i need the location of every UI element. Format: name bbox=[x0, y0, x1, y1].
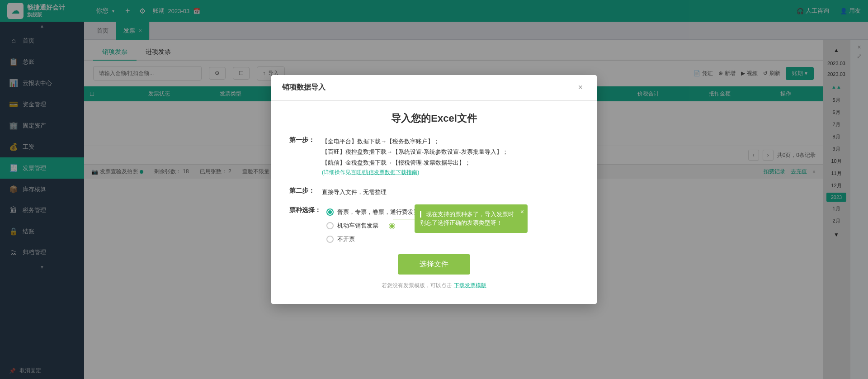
modal-close-btn[interactable]: × bbox=[575, 82, 586, 93]
ticket-choice-row: 票种选择： 普票，专票，卷票，通行费发票，农产品销售发票 机动车销售发票 bbox=[289, 206, 579, 243]
tooltip-close-btn[interactable]: × bbox=[520, 207, 524, 217]
ticket-label: 票种选择： bbox=[289, 206, 321, 214]
step2-text: 直接导入文件，无需整理 bbox=[322, 189, 387, 195]
modal-overlay: 销项数据导入 × 导入您的Excel文件 第一步： 【全电平台】数据下载→【税务… bbox=[0, 0, 868, 379]
modal-import-title: 导入您的Excel文件 bbox=[289, 112, 579, 125]
step2-label: 第二步： bbox=[289, 187, 316, 195]
radio-no-ticket[interactable] bbox=[326, 236, 334, 243]
step1-line-2: 【百旺】税控盘数据下载→【系统设置-系统参数设置-发票批量导入】； bbox=[322, 147, 508, 157]
radio-motor[interactable] bbox=[326, 222, 334, 229]
tooltip-dot bbox=[389, 223, 395, 229]
ticket-option-motor[interactable]: 机动车销售发票 现在支持的票种多了，导入发票时别忘了选择正确的发票类型呀！ × bbox=[326, 222, 467, 230]
step1-link-close: ) bbox=[417, 169, 419, 175]
tooltip-text: 现在支持的票种多了，导入发票时别忘了选择正确的发票类型呀！ bbox=[420, 211, 514, 227]
step1-link[interactable]: (详细操作见百旺/航信发票数据下载指南) bbox=[322, 168, 508, 178]
step1-line-3: 【航信】金税盘数据下载→【报税管理-发票数据导出】； bbox=[322, 157, 508, 168]
tooltip-line bbox=[393, 219, 415, 219]
ticket-no-ticket-label: 不开票 bbox=[337, 235, 355, 243]
tooltip-bar bbox=[420, 211, 421, 218]
download-template-link[interactable]: 下载发票模版 bbox=[454, 282, 486, 289]
step1-link-text: (详细操作见 bbox=[322, 169, 351, 175]
tooltip-bubble: 现在支持的票种多了，导入发票时别忘了选择正确的发票类型呀！ × bbox=[415, 204, 528, 233]
ticket-motor-label: 机动车销售发票 bbox=[337, 222, 378, 230]
step1-line-1: 【全电平台】数据下载→【税务数字账户】； bbox=[322, 136, 508, 147]
ticket-options: 普票，专票，卷票，通行费发票，农产品销售发票 机动车销售发票 现在支持的票种 bbox=[326, 208, 467, 243]
import-modal: 销项数据导入 × 导入您的Excel文件 第一步： 【全电平台】数据下载→【税务… bbox=[271, 75, 597, 304]
step1-guide-link[interactable]: 百旺/航信发票数据下载指南 bbox=[351, 169, 417, 175]
modal-footer-note: 若您没有发票模版，可以点击 下载发票模版 bbox=[289, 282, 579, 289]
step1-content: 【全电平台】数据下载→【税务数字账户】； 【百旺】税控盘数据下载→【系统设置-系… bbox=[322, 136, 508, 178]
ticket-option-no-ticket[interactable]: 不开票 bbox=[326, 235, 467, 243]
step-1-row: 第一步： 【全电平台】数据下载→【税务数字账户】； 【百旺】税控盘数据下载→【系… bbox=[289, 136, 579, 178]
modal-header: 销项数据导入 × bbox=[271, 75, 597, 101]
radio-general[interactable] bbox=[326, 208, 334, 216]
select-file-btn[interactable]: 选择文件 bbox=[398, 254, 470, 275]
tooltip-anchor: 现在支持的票种多了，导入发票时别忘了选择正确的发票类型呀！ × bbox=[389, 223, 395, 229]
step-2-row: 第二步： 直接导入文件，无需整理 bbox=[289, 187, 579, 197]
modal-title: 销项数据导入 bbox=[282, 83, 326, 92]
modal-body: 导入您的Excel文件 第一步： 【全电平台】数据下载→【税务数字账户】； 【百… bbox=[271, 101, 597, 304]
step2-content: 直接导入文件，无需整理 bbox=[322, 187, 387, 197]
step1-label: 第一步： bbox=[289, 136, 316, 144]
